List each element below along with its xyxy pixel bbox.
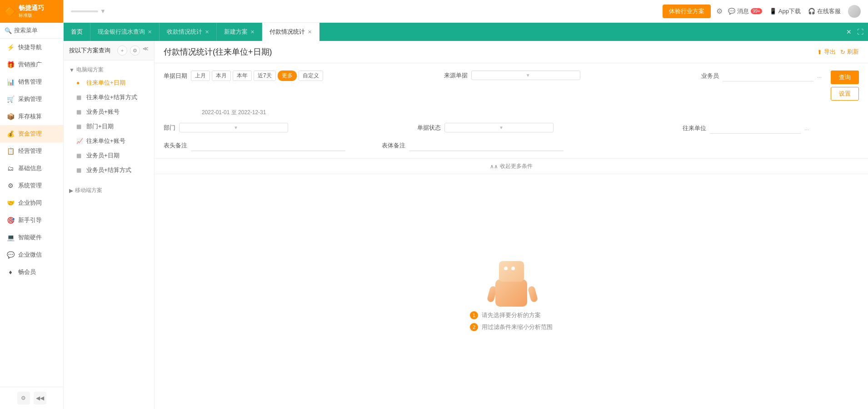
message-badge: 99+: [751, 8, 762, 14]
date-label: 单据日期: [164, 72, 187, 80]
sidebar-item-hardware[interactable]: 💻 智能硬件: [0, 229, 63, 246]
query-btn[interactable]: 查询: [831, 71, 859, 84]
date-btn-last-month[interactable]: 上月: [191, 71, 210, 81]
settings-icon[interactable]: ⚙: [716, 7, 723, 15]
scheme-item-icon: ▦: [76, 167, 84, 173]
message-btn[interactable]: 💬 消息 99+: [728, 7, 762, 15]
scheme-desktop-title[interactable]: ▼ 电脑端方案: [64, 64, 154, 76]
tab-receipt-stats[interactable]: 收款情况统计 ✕: [160, 23, 217, 41]
filter-settings-btn[interactable]: 设置: [831, 87, 859, 101]
sidebar-item-enterprise[interactable]: 🤝 企业协同: [0, 194, 63, 212]
sidebar-logo: 🔶 畅捷通巧 标准版: [0, 0, 63, 23]
scheme-panel-header: 按以下方案查询 + ⚙ ≪: [64, 41, 154, 61]
sidebar-collapse-btn[interactable]: ◀◀: [34, 392, 46, 404]
scheme-add-btn[interactable]: +: [117, 45, 127, 56]
user-avatar[interactable]: [848, 5, 861, 18]
header-note-input[interactable]: [191, 140, 345, 151]
scheme-item-dept-date[interactable]: ▦ 部门+日期: [64, 119, 154, 134]
scheme-item-staff-settle[interactable]: ▦ 业务员+结算方式: [64, 163, 154, 177]
body-note-input[interactable]: [409, 140, 564, 151]
date-btn-more[interactable]: 更多: [278, 71, 297, 81]
staff-dots[interactable]: ...: [817, 73, 822, 79]
tip-text-1: 请先选择要分析的方案: [482, 311, 541, 319]
sidebar-item-label: 智能硬件: [18, 233, 42, 242]
scheme-collapse-btn[interactable]: ≪: [143, 45, 149, 56]
breadcrumb: ▼: [71, 8, 657, 15]
unit-input[interactable]: [710, 123, 801, 134]
scheme-settings-btn[interactable]: ⚙: [130, 45, 140, 56]
tab-bank-flow[interactable]: 现金银行流水查询 ✕: [90, 23, 160, 41]
tab-bank-flow-close[interactable]: ✕: [148, 29, 152, 35]
scheme-item-unit-date[interactable]: ● 往来单位+日期: [64, 76, 154, 90]
wechat-icon: 💬: [6, 251, 15, 259]
app-download-label: App下载: [778, 7, 801, 15]
scheme-item-staff-account[interactable]: ▦ 业务员+账号: [64, 105, 154, 119]
status-select[interactable]: ▼: [444, 123, 554, 132]
empty-illustration: [479, 252, 543, 307]
unit-label: 往来单位: [683, 124, 706, 132]
sidebar-item-basic[interactable]: 🗂 基础信息: [0, 160, 63, 177]
sidebar-search[interactable]: 🔍 搜索菜单: [0, 23, 63, 39]
sidebar-item-purchase[interactable]: 🛒 采购管理: [0, 91, 63, 108]
sales-icon: 📊: [6, 78, 15, 86]
date-btn-this-year[interactable]: 本年: [233, 71, 252, 81]
tab-payment-close[interactable]: ✕: [308, 29, 312, 35]
inventory-icon: 📦: [6, 112, 15, 121]
tab-new-scheme-close[interactable]: ✕: [250, 29, 254, 35]
refresh-btn[interactable]: ↻ 刷新: [840, 48, 859, 56]
tab-fullscreen-icon[interactable]: ⛶: [857, 28, 863, 35]
source-select[interactable]: ▼: [471, 71, 580, 80]
scheme-item-unit-account[interactable]: 📈 往来单位+账号: [64, 134, 154, 148]
sidebar-item-guide[interactable]: 🎯 新手引导: [0, 212, 63, 229]
message-label: 消息: [737, 7, 749, 15]
sidebar-logo-sub: 标准版: [19, 12, 44, 19]
sidebar-item-quick-nav[interactable]: ⚡ 快捷导航: [0, 39, 63, 56]
tab-receipt-stats-label: 收款情况统计: [167, 28, 202, 36]
sidebar-item-label: 基础信息: [18, 164, 42, 172]
scheme-mobile-title[interactable]: ▶ 移动端方案: [64, 185, 154, 196]
unit-dots[interactable]: ...: [804, 125, 809, 131]
online-service-btn[interactable]: 🎧 在线客服: [808, 7, 841, 15]
date-btn-custom[interactable]: 自定义: [299, 71, 323, 81]
scheme-item-unit-settle[interactable]: ▦ 往来单位+结算方式: [64, 90, 154, 105]
sidebar-item-wechat[interactable]: 💬 企业微信: [0, 246, 63, 263]
tab-home[interactable]: 首页: [64, 23, 90, 41]
try-btn[interactable]: 体验行业方案: [663, 5, 711, 18]
staff-input[interactable]: [723, 71, 813, 81]
sidebar: 🔶 畅捷通巧 标准版 🔍 搜索菜单 ⚡ 快捷导航 🎁 营销推广 📊 销售管理 🛒…: [0, 0, 64, 409]
sidebar-item-inventory[interactable]: 📦 库存核算: [0, 108, 63, 125]
collapse-btn[interactable]: ∧∧ 收起更多条件: [490, 162, 533, 170]
service-icon: 🎧: [808, 8, 815, 15]
tab-home-label: 首页: [71, 28, 83, 36]
tab-close-icon[interactable]: ✕: [846, 28, 852, 35]
sidebar-item-sales[interactable]: 📊 销售管理: [0, 73, 63, 91]
sidebar-item-marketing[interactable]: 🎁 营销推广: [0, 56, 63, 73]
export-icon: ⬆: [817, 49, 822, 56]
sidebar-item-member[interactable]: ♦ 畅会员: [0, 263, 63, 281]
sidebar-item-finance[interactable]: 💰 资金管理: [0, 125, 63, 142]
sidebar-item-system[interactable]: ⚙ 系统管理: [0, 177, 63, 194]
sidebar-item-label: 企业微信: [18, 251, 42, 259]
breadcrumb-arrow: ▼: [100, 8, 106, 15]
tab-payment-stats[interactable]: 付款情况统计 ✕: [262, 23, 319, 41]
basic-icon: 🗂: [6, 164, 15, 172]
app-download-btn[interactable]: 📱 App下载: [769, 7, 801, 15]
robot-arm-right: [528, 286, 539, 303]
date-btn-this-month[interactable]: 本月: [212, 71, 231, 81]
filter-row-3: 表头备注 表体备注: [164, 140, 859, 151]
tab-receipt-close[interactable]: ✕: [205, 29, 209, 35]
page-title: 付款情况统计(往来单位+日期): [164, 46, 272, 57]
enterprise-icon: 🤝: [6, 199, 15, 207]
dept-select[interactable]: ▼: [179, 123, 288, 132]
export-btn[interactable]: ⬆ 导出: [817, 48, 836, 56]
member-icon: ♦: [6, 268, 15, 276]
scheme-item-staff-date[interactable]: ▦ 业务员+日期: [64, 148, 154, 163]
sidebar-item-label: 新手引导: [18, 216, 42, 224]
marketing-icon: 🎁: [6, 61, 15, 69]
tab-new-scheme[interactable]: 新建方案 ✕: [217, 23, 262, 41]
collapse-label: 收起更多条件: [500, 162, 533, 170]
sidebar-item-operation[interactable]: 📋 经营管理: [0, 142, 63, 160]
date-btn-7days[interactable]: 近7天: [254, 71, 276, 81]
filter-body-note-item: 表体备注: [382, 140, 564, 151]
sidebar-settings-btn[interactable]: ⚙: [17, 392, 30, 404]
